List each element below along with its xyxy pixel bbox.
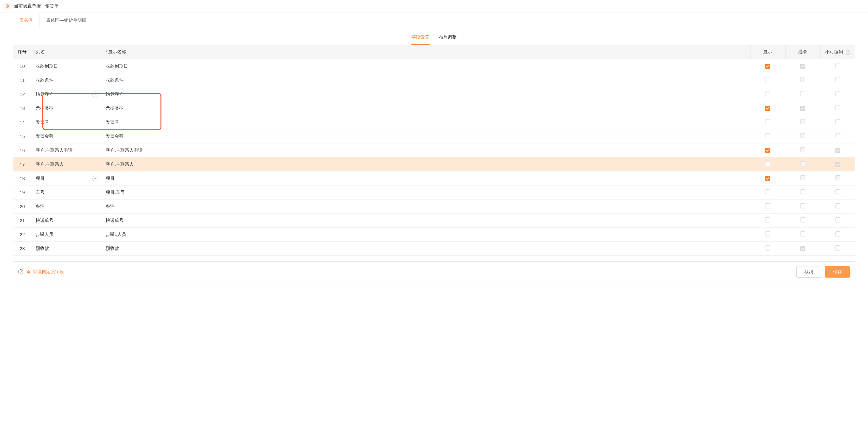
cell-show <box>750 102 785 115</box>
cell-required <box>785 185 820 200</box>
th-index: 序号 <box>13 45 32 59</box>
readonly-checkbox[interactable] <box>835 133 840 138</box>
show-checkbox[interactable] <box>765 148 770 153</box>
cell-index: 19 <box>13 185 32 200</box>
plus-icon[interactable]: + <box>92 91 98 97</box>
cell-show <box>750 87 785 102</box>
cell-name-text: 备注 <box>36 204 44 209</box>
collapse-button[interactable] <box>4 3 11 9</box>
cell-name-text: 发票金额 <box>36 134 54 139</box>
show-checkbox[interactable] <box>765 203 770 208</box>
cell-name: 结算客户+ <box>32 87 102 102</box>
cell-display-name[interactable]: 步骤1人员 <box>102 228 750 241</box>
chevron-right-double-icon <box>5 4 9 8</box>
custom-field-link[interactable]: 管理自定义字段 <box>33 269 64 275</box>
cell-show <box>750 130 785 143</box>
show-checkbox[interactable] <box>765 133 770 138</box>
cell-required <box>785 130 820 143</box>
table-row: 23预收款预收款 <box>13 241 855 256</box>
show-checkbox[interactable] <box>765 231 770 236</box>
cell-display-name[interactable]: 发票金额 <box>102 130 750 143</box>
sub-tab-1[interactable]: 布局调整 <box>438 32 457 45</box>
sub-tab-0[interactable]: 字段设置 <box>411 32 430 45</box>
header-bar: 当前设置单据：销货单 <box>0 0 868 12</box>
readonly-checkbox[interactable] <box>835 63 840 68</box>
cell-index: 10 <box>13 59 32 73</box>
cell-show <box>750 158 785 171</box>
save-button[interactable]: 保存 <box>825 266 850 278</box>
readonly-checkbox[interactable] <box>835 189 840 194</box>
cell-name-text: 快递单号 <box>36 218 54 223</box>
cell-display-name[interactable]: 结算客户 <box>102 87 750 102</box>
cell-required <box>785 158 820 171</box>
cell-readonly <box>820 228 855 241</box>
cell-name: 步骤人员 <box>32 228 102 241</box>
show-checkbox[interactable] <box>765 64 770 69</box>
show-checkbox[interactable] <box>765 189 770 194</box>
required-checkbox[interactable] <box>800 218 805 223</box>
help-icon[interactable]: ? <box>846 50 850 55</box>
question-icon[interactable]: ? <box>18 269 23 275</box>
cell-required <box>785 73 820 87</box>
cell-index: 18 <box>13 171 32 185</box>
tab-1[interactable]: 表体区—销货单明细 <box>39 13 93 28</box>
cell-display-name[interactable]: 发票号 <box>102 115 750 130</box>
readonly-checkbox[interactable] <box>835 231 840 236</box>
plus-icon[interactable]: + <box>92 176 98 181</box>
th-show: 显示 <box>750 45 785 59</box>
cell-required <box>785 228 820 241</box>
show-checkbox[interactable] <box>765 218 770 223</box>
gear-icon <box>26 269 30 274</box>
tab-0[interactable]: 表头区 <box>13 13 39 28</box>
required-checkbox[interactable] <box>800 189 805 194</box>
cell-show <box>750 241 785 256</box>
cell-name-text: 客户.主联系人电话 <box>36 148 72 153</box>
page-title: 当前设置单据：销货单 <box>14 3 59 9</box>
cell-display-name[interactable]: 快递单号 <box>102 213 750 228</box>
cell-index: 22 <box>13 228 32 241</box>
readonly-checkbox[interactable] <box>835 77 840 82</box>
readonly-checkbox[interactable] <box>835 91 840 96</box>
cell-display-name[interactable]: 项目 <box>102 171 750 185</box>
table-row: 12结算客户+结算客户 <box>13 87 855 102</box>
cancel-button[interactable]: 取消 <box>796 266 821 278</box>
cell-display-name[interactable]: 客户.主联系人电话 <box>102 143 750 158</box>
show-checkbox[interactable] <box>765 119 770 124</box>
page-title-value: 销货单 <box>45 3 59 8</box>
readonly-checkbox[interactable] <box>835 119 840 124</box>
required-checkbox[interactable] <box>800 231 805 236</box>
readonly-checkbox[interactable] <box>835 246 840 251</box>
cell-display-name[interactable]: 备注 <box>102 200 750 213</box>
show-checkbox[interactable] <box>765 161 770 166</box>
show-checkbox[interactable] <box>765 176 770 181</box>
required-checkbox[interactable] <box>800 203 805 208</box>
cell-display-name[interactable]: 收款条件 <box>102 73 750 87</box>
cell-display-name[interactable]: 收款到期日 <box>102 59 750 73</box>
table-row: 22步骤人员步骤1人员 <box>13 228 855 241</box>
cell-display-name[interactable]: 票据类型 <box>102 102 750 115</box>
cell-name: 发票号 <box>32 115 102 130</box>
required-checkbox[interactable] <box>800 91 805 96</box>
cell-name: 预收款 <box>32 241 102 256</box>
readonly-checkbox[interactable] <box>835 105 840 110</box>
show-checkbox[interactable] <box>765 77 770 82</box>
show-checkbox[interactable] <box>765 91 770 96</box>
cell-display-name[interactable]: 客户.主联系人 <box>102 158 750 171</box>
cell-show <box>750 171 785 185</box>
cell-name-text: 步骤人员 <box>36 232 54 237</box>
cell-readonly <box>820 185 855 200</box>
cell-display-name[interactable]: 预收款 <box>102 241 750 256</box>
page-title-prefix: 当前设置单据： <box>14 3 45 8</box>
show-checkbox[interactable] <box>765 106 770 111</box>
table-row: 16客户.主联系人电话客户.主联系人电话 <box>13 143 855 158</box>
cell-index: 20 <box>13 200 32 213</box>
cell-readonly <box>820 241 855 256</box>
cell-name: 客户.主联系人电话 <box>32 143 102 158</box>
cell-required <box>785 200 820 213</box>
readonly-checkbox[interactable] <box>835 203 840 208</box>
cell-name: 备注 <box>32 200 102 213</box>
cell-display-name[interactable]: 项目.车号 <box>102 185 750 200</box>
cell-readonly <box>820 143 855 158</box>
readonly-checkbox[interactable] <box>835 218 840 223</box>
show-checkbox[interactable] <box>765 246 770 251</box>
